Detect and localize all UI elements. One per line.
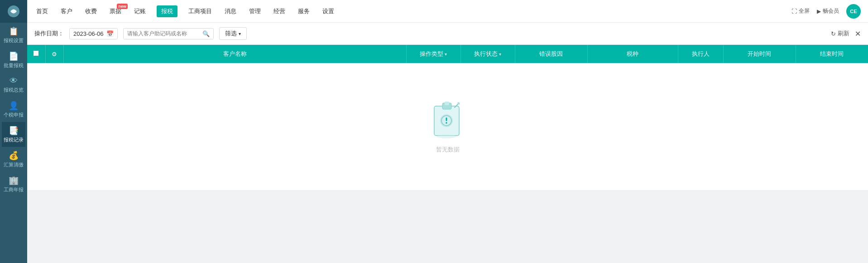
sidebar-label-annual-report: 工商年报 bbox=[4, 186, 24, 193]
settings-icon[interactable]: ⚙ bbox=[52, 51, 57, 58]
table-container: ⚙ 客户名称 操作类型 ▾ 执行状态 ▾ bbox=[27, 45, 868, 190]
nav-item-invoices[interactable]: 票据new bbox=[108, 5, 123, 17]
col-executor-label: 执行人 bbox=[692, 50, 710, 57]
content-area: 操作日期： 2023-06-06 📅 🔍 筛选 ▾ ↻ 刷新 bbox=[27, 23, 868, 263]
col-taxtype: 税种 bbox=[587, 45, 678, 63]
col-settings: ⚙ bbox=[45, 45, 63, 63]
nav-item-billing[interactable]: 收费 bbox=[83, 5, 99, 17]
nav-label-customers: 客户 bbox=[61, 8, 72, 15]
col-errreason: 错误股因 bbox=[515, 45, 587, 63]
chevron-down-icon: ▾ bbox=[239, 31, 241, 36]
sidebar-icon-tax-settings: 📋 bbox=[9, 26, 19, 36]
close-button[interactable]: ✕ bbox=[855, 29, 861, 38]
col-endtime: 结束时间 bbox=[796, 45, 868, 63]
date-value: 2023-06-06 bbox=[73, 30, 104, 37]
sidebar-icon-tax-overview: 👁 bbox=[10, 76, 18, 86]
toolbar-right: ↻ 刷新 ✕ bbox=[831, 29, 861, 38]
refresh-button[interactable]: ↻ 刷新 bbox=[831, 29, 849, 38]
svg-point-7 bbox=[446, 122, 447, 124]
nav-item-messages[interactable]: 消息 bbox=[223, 5, 238, 17]
refresh-label: 刷新 bbox=[838, 29, 849, 38]
nav-item-accounts[interactable]: 记账 bbox=[132, 5, 148, 17]
nav-label-services: 服务 bbox=[298, 8, 310, 15]
sidebar-label-personal-tax: 个税申报 bbox=[4, 112, 24, 118]
sidebar-item-tax-settings[interactable]: 📋报税设置 bbox=[2, 23, 25, 48]
nav-label-home: 首页 bbox=[36, 8, 48, 15]
nav-label-operations: 经营 bbox=[273, 8, 285, 15]
fullscreen-icon: ⛶ bbox=[791, 8, 797, 15]
svg-point-10 bbox=[436, 135, 456, 138]
col-errreason-label: 错误股因 bbox=[539, 50, 563, 57]
search-icon: 🔍 bbox=[202, 30, 210, 37]
col-optype: 操作类型 ▾ bbox=[406, 45, 460, 63]
sidebar-label-calc-payment: 汇算清缴 bbox=[4, 161, 24, 168]
col-optype-label: 操作类型 bbox=[420, 50, 443, 57]
nav-item-management[interactable]: 管理 bbox=[247, 5, 263, 17]
col-starttime-label: 开始时间 bbox=[748, 50, 771, 57]
sidebar-icon-calc-payment: 💰 bbox=[9, 151, 19, 161]
calendar-icon: 📅 bbox=[106, 30, 114, 37]
col-starttime: 开始时间 bbox=[723, 45, 796, 63]
svg-rect-6 bbox=[446, 117, 447, 121]
search-input[interactable] bbox=[127, 30, 200, 37]
filter-button[interactable]: 筛选 ▾ bbox=[219, 27, 247, 40]
sidebar-label-tax-overview: 报税总览 bbox=[4, 87, 24, 93]
date-label: 操作日期： bbox=[34, 29, 64, 38]
sidebar-label-batch-tax: 批量报税 bbox=[4, 62, 24, 69]
sidebar-icon-personal-tax: 👤 bbox=[9, 101, 19, 111]
sidebar-item-batch-tax[interactable]: 📄批量报税 bbox=[2, 48, 25, 73]
sidebar-icon-annual-report: 🏢 bbox=[9, 175, 19, 185]
col-status-label: 执行状态 bbox=[474, 50, 498, 57]
nav-item-tax[interactable]: 报税 bbox=[157, 5, 177, 17]
search-box[interactable]: 🔍 bbox=[123, 28, 214, 39]
nav-label-billing: 收费 bbox=[85, 8, 97, 15]
sidebar-label-tax-settings: 报税设置 bbox=[4, 37, 24, 44]
nav-item-home[interactable]: 首页 bbox=[34, 5, 50, 17]
badge-new-invoices: new bbox=[117, 4, 128, 9]
avatar-initials: CE bbox=[850, 9, 857, 14]
nav-label-management: 管理 bbox=[249, 8, 261, 15]
sidebar-item-annual-report[interactable]: 🏢工商年报 bbox=[2, 172, 25, 197]
col-taxtype-label: 税种 bbox=[627, 50, 638, 57]
date-picker[interactable]: 2023-06-06 📅 bbox=[69, 28, 118, 39]
col-endtime-label: 结束时间 bbox=[820, 50, 844, 57]
sidebar-icon-batch-tax: 📄 bbox=[9, 51, 19, 61]
toolbar: 操作日期： 2023-06-06 📅 🔍 筛选 ▾ ↻ 刷新 bbox=[27, 23, 868, 45]
optype-filter-icon[interactable]: ▾ bbox=[445, 52, 447, 57]
member-button[interactable]: ▶ 畅会员 bbox=[817, 7, 839, 15]
nav-label-messages: 消息 bbox=[225, 8, 236, 15]
nav-right: ⛶ 全屏 ▶ 畅会员 CE bbox=[791, 4, 861, 19]
nav-item-customers[interactable]: 客户 bbox=[59, 5, 74, 17]
sidebar-item-calc-payment[interactable]: 💰汇算清缴 bbox=[2, 147, 25, 172]
data-table: ⚙ 客户名称 操作类型 ▾ 执行状态 ▾ bbox=[27, 45, 868, 190]
col-executor: 执行人 bbox=[678, 45, 723, 63]
nav-item-services[interactable]: 服务 bbox=[296, 5, 312, 17]
sidebar-item-personal-tax[interactable]: 👤个税申报 bbox=[2, 97, 25, 122]
table-body: 暂无数据 bbox=[27, 63, 868, 190]
col-status: 执行状态 ▾ bbox=[460, 45, 515, 63]
video-icon: ▶ bbox=[817, 8, 821, 15]
main-content: 首页客户收费票据new记账报税工商项目消息管理经营服务设置 ⛶ 全屏 ▶ 畅会员… bbox=[27, 0, 868, 263]
sidebar-icon-tax-records: 📑 bbox=[9, 126, 19, 136]
fullscreen-label: 全屏 bbox=[799, 7, 810, 15]
page-area: 操作日期： 2023-06-06 📅 🔍 筛选 ▾ ↻ 刷新 bbox=[27, 23, 868, 263]
member-label: 畅会员 bbox=[823, 7, 839, 15]
nav-item-business[interactable]: 工商项目 bbox=[187, 5, 214, 17]
nav-label-tax: 报税 bbox=[161, 8, 173, 15]
nav-item-settings[interactable]: 设置 bbox=[321, 5, 336, 17]
col-checkbox bbox=[27, 45, 45, 63]
status-filter-icon[interactable]: ▾ bbox=[499, 52, 501, 57]
sidebar-label-tax-records: 报税记录 bbox=[4, 136, 24, 143]
nav-item-operations[interactable]: 经营 bbox=[272, 5, 287, 17]
refresh-icon: ↻ bbox=[831, 30, 836, 37]
fullscreen-button[interactable]: ⛶ 全屏 bbox=[791, 7, 810, 15]
sidebar-logo bbox=[0, 0, 27, 23]
user-avatar[interactable]: CE bbox=[846, 4, 861, 19]
table-header: ⚙ 客户名称 操作类型 ▾ 执行状态 ▾ bbox=[27, 45, 868, 63]
filter-label: 筛选 bbox=[225, 29, 237, 38]
top-nav: 首页客户收费票据new记账报税工商项目消息管理经营服务设置 ⛶ 全屏 ▶ 畅会员… bbox=[27, 0, 868, 23]
sidebar-item-tax-records[interactable]: 📑报税记录 bbox=[2, 122, 25, 147]
select-all-checkbox[interactable] bbox=[33, 50, 39, 56]
empty-text: 暂无数据 bbox=[436, 146, 460, 154]
sidebar-item-tax-overview[interactable]: 👁报税总览 bbox=[2, 73, 25, 97]
